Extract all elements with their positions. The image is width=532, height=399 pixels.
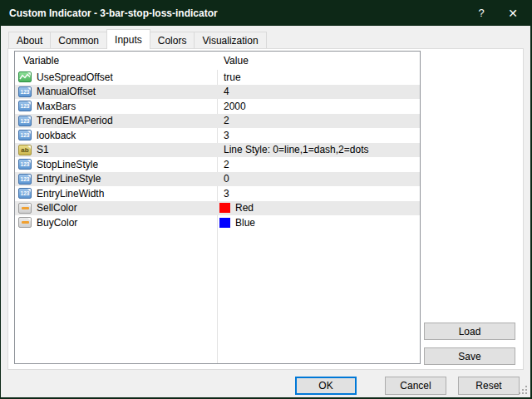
parameter-value[interactable]: 2 (217, 115, 420, 126)
parameter-value[interactable]: 2 (217, 159, 420, 170)
table-header: Variable Value (15, 52, 420, 70)
table-row[interactable]: EntryLineWidth 3 (15, 186, 420, 201)
parameter-value[interactable]: 4 (217, 86, 420, 97)
tab-inputs[interactable]: Inputs (106, 29, 150, 49)
tab-about[interactable]: About (8, 32, 51, 48)
variable-name: EntryLineWidth (37, 188, 104, 200)
inputs-tab-page: Variable Value UseSpreadOffset true Manu… (7, 48, 524, 370)
variable-name: TrendEMAPeriod (37, 115, 113, 126)
number-123-icon (18, 101, 32, 111)
table-row[interactable]: TrendEMAPeriod 2 (15, 114, 420, 129)
table-row[interactable]: S1 Line Style: 0=line,1=dash,2=dots (15, 143, 420, 158)
number-123-icon (18, 116, 32, 126)
number-123-icon (18, 159, 32, 170)
variable-name: ManualOffset (37, 86, 96, 97)
value-column-header: Value (217, 55, 249, 66)
table-row[interactable]: SellColor Red (15, 201, 420, 216)
table-row[interactable]: BuyColor Blue (15, 215, 420, 230)
parameter-value[interactable]: 0 (217, 173, 420, 185)
variable-name: EntryLineStyle (37, 173, 101, 185)
parameter-value[interactable]: 2000 (217, 101, 420, 112)
variable-column-header: Variable (15, 55, 217, 66)
variable-name: lookback (37, 130, 76, 141)
tab-bar: About Common Inputs Colors Visualization (1, 31, 530, 48)
save-button[interactable]: Save (424, 347, 515, 365)
resize-grip-icon[interactable] (518, 385, 528, 395)
title-bar: Custom Indicator - 3-bar-stop-loss-indic… (1, 0, 530, 26)
variable-name: UseSpreadOffset (37, 71, 113, 83)
number-123-icon (18, 174, 32, 185)
color-icon (18, 217, 32, 228)
tab-colors[interactable]: Colors (150, 32, 195, 48)
close-button[interactable]: ✕ (497, 0, 529, 26)
indicator-properties-dialog: Custom Indicator - 3-bar-stop-loss-indic… (0, 0, 532, 399)
parameter-value[interactable]: 3 (217, 188, 420, 200)
parameters-table: Variable Value UseSpreadOffset true Manu… (14, 51, 421, 364)
variable-name: MaxBars (37, 101, 76, 112)
color-swatch-red (219, 203, 230, 213)
table-row[interactable]: StopLineStyle 2 (15, 157, 420, 172)
parameter-value[interactable]: 3 (217, 130, 420, 141)
help-button[interactable]: ? (466, 0, 497, 26)
number-123-icon (18, 188, 32, 199)
variable-name: SellColor (37, 202, 77, 214)
table-row[interactable]: UseSpreadOffset true (15, 70, 420, 85)
window-title: Custom Indicator - 3-bar-stop-loss-indic… (1, 7, 466, 19)
tab-visualization[interactable]: Visualization (194, 32, 266, 48)
variable-name: BuyColor (37, 217, 77, 229)
table-row[interactable]: EntryLineStyle 0 (15, 172, 420, 187)
variable-name: S1 (37, 144, 49, 155)
reset-button[interactable]: Reset (458, 377, 520, 395)
string-ab-icon (18, 145, 32, 155)
load-button[interactable]: Load (424, 323, 515, 340)
color-swatch-blue (219, 218, 230, 228)
bool-chart-icon (18, 71, 32, 82)
parameter-value[interactable]: Line Style: 0=line,1=dash,2=dots (217, 144, 420, 155)
table-row[interactable]: MaxBars 2000 (15, 99, 420, 114)
table-row[interactable]: lookback 3 (15, 128, 420, 143)
tab-common[interactable]: Common (50, 32, 107, 48)
color-icon (18, 203, 32, 214)
parameter-value[interactable]: Red (217, 202, 420, 214)
color-value-label: Blue (235, 217, 255, 229)
ok-button[interactable]: OK (295, 377, 357, 395)
variable-name: StopLineStyle (37, 159, 98, 170)
cancel-button[interactable]: Cancel (385, 377, 446, 395)
parameter-value[interactable]: true (217, 71, 420, 83)
number-123-icon (18, 86, 32, 97)
parameter-value[interactable]: Blue (217, 217, 420, 229)
table-row[interactable]: ManualOffset 4 (15, 85, 420, 100)
color-value-label: Red (235, 202, 254, 214)
number-123-icon (18, 130, 32, 140)
